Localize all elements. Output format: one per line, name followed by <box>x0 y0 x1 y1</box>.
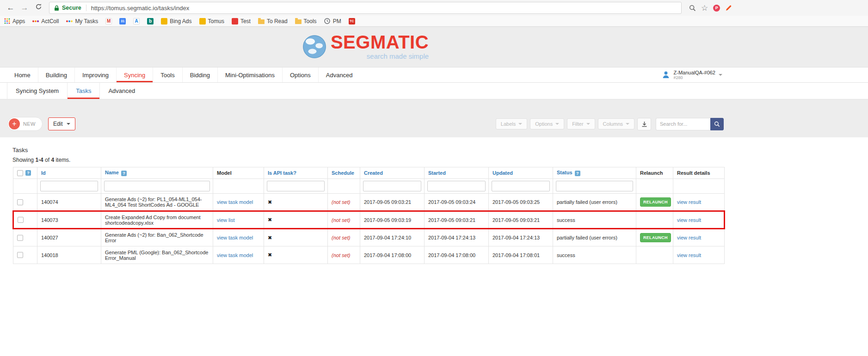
chevron-down-icon <box>555 123 559 125</box>
refresh-button[interactable] <box>32 2 44 14</box>
nav-item-tools[interactable]: Tools <box>153 68 182 82</box>
model-link[interactable]: view task model <box>217 199 253 205</box>
bookmark-calendar-icon[interactable]: 31 <box>119 18 126 25</box>
api-task-cross-icon: ✖ <box>268 252 272 258</box>
main-nav: HomeBuildingImprovingSyncingToolsBidding… <box>0 67 868 83</box>
schedule-value: (not set) <box>332 235 350 240</box>
zoom-icon[interactable] <box>689 5 696 12</box>
filter-input-created[interactable] <box>363 181 421 191</box>
column-header-id[interactable]: Id <box>37 167 101 179</box>
help-icon[interactable]: ? <box>575 171 580 176</box>
nav-item-bidding[interactable]: Bidding <box>182 68 217 82</box>
search-button[interactable] <box>710 118 724 130</box>
column-header-is-api-task[interactable]: Is API task? <box>264 167 328 179</box>
view-result-link[interactable]: view result <box>677 235 701 240</box>
row-checkbox[interactable] <box>17 235 23 241</box>
test-icon <box>232 18 238 25</box>
cell-schedule: (not set) <box>328 211 360 229</box>
column-header-schedule[interactable]: Schedule <box>328 167 360 179</box>
forward-button[interactable]: → <box>18 2 31 14</box>
bookmark-bing-icon[interactable]: b <box>147 18 154 25</box>
dropdown-label: Labels <box>501 121 516 127</box>
clock-icon <box>324 18 331 25</box>
bookmark-bing-ads[interactable]: Bing Ads <box>161 18 191 25</box>
model-link[interactable]: view task model <box>217 252 253 258</box>
row-checkbox[interactable] <box>17 199 23 205</box>
pencil-extension-icon[interactable] <box>725 5 732 12</box>
column-header-created[interactable]: Created <box>360 167 425 179</box>
bookmark-pm[interactable]: PM <box>324 18 341 25</box>
filter-input-name[interactable] <box>104 181 210 191</box>
help-icon[interactable]: ? <box>25 170 31 176</box>
subnav-item-tasks[interactable]: Tasks <box>68 83 100 99</box>
bookmark-to-read[interactable]: To Read <box>258 18 288 25</box>
column-header-status[interactable]: Status? <box>553 167 636 179</box>
column-header-started[interactable]: Started <box>425 167 489 179</box>
filter-input-started[interactable] <box>427 181 486 191</box>
relaunch-button[interactable]: RELAUNCH <box>640 197 671 207</box>
search-group <box>656 118 724 130</box>
cell-result: view result <box>673 211 725 229</box>
filter-input-updated[interactable] <box>492 181 550 191</box>
nav-item-options[interactable]: Options <box>282 68 318 82</box>
cell-updated: 2017-09-05 09:03:21 <box>489 211 553 229</box>
bookmark-apps[interactable]: Apps <box>4 18 25 25</box>
nav-item-syncing[interactable]: Syncing <box>116 68 153 82</box>
column-header-updated[interactable]: Updated <box>489 167 553 179</box>
filter-input-is_api[interactable] <box>267 181 325 191</box>
nav-item-mini-optimisations[interactable]: Mini-Optimisations <box>217 68 282 82</box>
nav-item-building[interactable]: Building <box>38 68 74 82</box>
view-result-link[interactable]: view result <box>677 199 701 205</box>
user-name: Z-ManualQA-#062 <box>674 70 716 75</box>
user-menu[interactable]: Z-ManualQA-#062 #280 <box>661 68 723 82</box>
bookmark-my-tasks[interactable]: My Tasks <box>66 18 98 25</box>
view-result-link[interactable]: view result <box>677 252 701 258</box>
bookmark-tomus[interactable]: Tomus <box>199 18 224 25</box>
subnav-item-syncing-system[interactable]: Syncing System <box>7 83 68 99</box>
help-icon[interactable]: ? <box>121 171 127 176</box>
toolbar-dropdown-columns[interactable]: Columns <box>598 118 634 129</box>
new-task-button[interactable]: + NEW <box>7 117 43 131</box>
relaunch-button[interactable]: RELAUNCH <box>640 233 671 242</box>
model-link[interactable]: view list <box>217 217 235 223</box>
bookmark-tools[interactable]: Tools <box>295 18 317 25</box>
main-content: Tasks Showing 1-4 of 4 items. ? IdName?M… <box>0 137 868 264</box>
user-id: #280 <box>674 75 716 80</box>
cell-name: Generate Ads (~2) for: PL1_054-ML1_054-M… <box>101 194 213 211</box>
download-icon <box>641 121 647 127</box>
toolbar-dropdown-filter[interactable]: Filter <box>567 118 595 129</box>
filter-input-id[interactable] <box>40 181 98 191</box>
bookmark-label: ActColl <box>41 18 59 25</box>
task-row-140018: 140018Generate PML (Google): Ban_062_Sho… <box>13 246 725 264</box>
row-checkbox[interactable] <box>18 217 24 223</box>
search-input[interactable] <box>656 118 710 130</box>
cell-result: view result <box>673 246 725 264</box>
nav-item-home[interactable]: Home <box>7 68 38 82</box>
edit-button[interactable]: Edit <box>48 117 75 130</box>
model-link[interactable]: view task model <box>217 235 253 240</box>
back-button[interactable]: ← <box>5 2 17 14</box>
bookmark-star-icon[interactable]: ☆ <box>701 4 708 12</box>
lock-icon <box>54 5 59 11</box>
bookmark-tc-icon[interactable]: TC <box>349 18 355 25</box>
bookmark-gmail-icon[interactable]: M <box>105 18 112 25</box>
select-all-checkbox[interactable] <box>17 170 23 176</box>
toolbar-dropdown-options[interactable]: Options <box>530 118 564 129</box>
filter-cell-select <box>13 179 37 194</box>
extension-badge-icon[interactable]: P <box>713 5 720 12</box>
bookmark-test[interactable]: Test <box>232 18 251 25</box>
cell-result: view result <box>673 194 725 211</box>
bookmark-a-app-icon[interactable]: A <box>133 18 140 25</box>
bookmark-actcoll[interactable]: ActColl <box>32 18 59 25</box>
subnav-item-advanced[interactable]: Advanced <box>100 83 143 99</box>
nav-item-improving[interactable]: Improving <box>74 68 116 82</box>
view-result-link[interactable]: view result <box>677 217 701 223</box>
nav-item-advanced[interactable]: Advanced <box>318 68 360 82</box>
toolbar-dropdown-labels[interactable]: Labels <box>496 118 527 129</box>
url-text: https://tomus.segmatic.io/tasks/index <box>91 5 189 12</box>
address-bar[interactable]: Secure https://tomus.segmatic.io/tasks/i… <box>49 2 682 14</box>
filter-input-status[interactable] <box>556 181 633 191</box>
column-header-name[interactable]: Name? <box>101 167 213 179</box>
export-button[interactable] <box>637 118 651 130</box>
row-checkbox[interactable] <box>17 252 23 258</box>
